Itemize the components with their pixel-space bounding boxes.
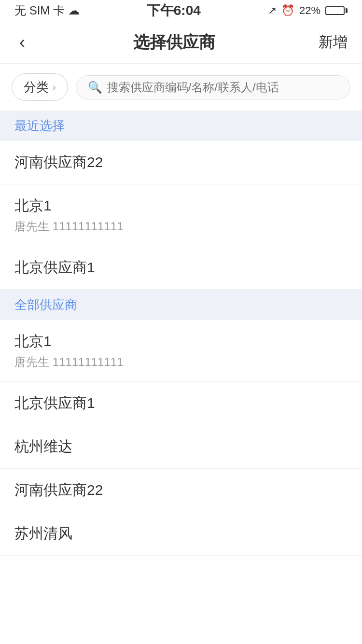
item-name: 北京1 xyxy=(14,332,348,351)
status-left: 无 SIM 卡 ☁ xyxy=(14,3,80,18)
status-time: 下午6:04 xyxy=(147,1,201,20)
status-bar: 无 SIM 卡 ☁ 下午6:04 ↗ ⏰ 22% xyxy=(0,0,362,21)
nav-bar: ‹ 选择供应商 新增 xyxy=(0,21,362,64)
battery-icon xyxy=(325,6,348,15)
filter-bar: 分类 › 🔍 xyxy=(0,64,362,111)
item-sub: 唐先生 11111111111 xyxy=(14,219,348,234)
battery-text: 22% xyxy=(299,4,320,17)
recent-section-header: 最近选择 xyxy=(0,111,362,141)
category-label: 分类 xyxy=(24,79,49,96)
no-sim-text: 无 SIM 卡 ☁ xyxy=(14,3,80,18)
item-name: 北京供应商1 xyxy=(14,393,348,413)
all-section-header: 全部供应商 xyxy=(0,290,362,320)
item-name: 北京供应商1 xyxy=(14,258,348,278)
item-name: 杭州维达 xyxy=(14,437,348,457)
recent-items-list: 河南供应商22北京1唐先生 11111111111北京供应商1 xyxy=(0,141,362,290)
list-item[interactable]: 北京1唐先生 11111111111 xyxy=(0,184,362,246)
list-item[interactable]: 河南供应商22 xyxy=(0,141,362,184)
item-name: 河南供应商22 xyxy=(14,480,348,500)
item-name: 北京1 xyxy=(14,196,348,216)
search-box[interactable]: 🔍 xyxy=(76,75,350,99)
back-button[interactable]: ‹ xyxy=(14,28,30,57)
item-name: 河南供应商22 xyxy=(14,153,348,172)
all-items-list: 北京1唐先生 11111111111北京供应商1杭州维达河南供应商22苏州清风 xyxy=(0,320,362,556)
list-item[interactable]: 北京1唐先生 11111111111 xyxy=(0,320,362,382)
alarm-icon: ⏰ xyxy=(281,4,294,17)
chevron-right-icon: › xyxy=(53,82,56,93)
search-icon: 🔍 xyxy=(88,81,102,94)
list-item[interactable]: 北京供应商1 xyxy=(0,246,362,290)
location-icon: ↗ xyxy=(268,4,277,17)
status-right: ↗ ⏰ 22% xyxy=(268,4,348,17)
list-item[interactable]: 苏州清风 xyxy=(0,512,362,556)
item-name: 苏州清风 xyxy=(14,524,348,544)
item-sub: 唐先生 11111111111 xyxy=(14,354,348,370)
list-item[interactable]: 北京供应商1 xyxy=(0,382,362,425)
search-input[interactable] xyxy=(107,81,338,94)
page-title: 选择供应商 xyxy=(133,31,215,54)
category-button[interactable]: 分类 › xyxy=(12,73,68,101)
list-item[interactable]: 杭州维达 xyxy=(0,425,362,469)
list-item[interactable]: 河南供应商22 xyxy=(0,469,362,512)
add-button[interactable]: 新增 xyxy=(319,32,348,52)
